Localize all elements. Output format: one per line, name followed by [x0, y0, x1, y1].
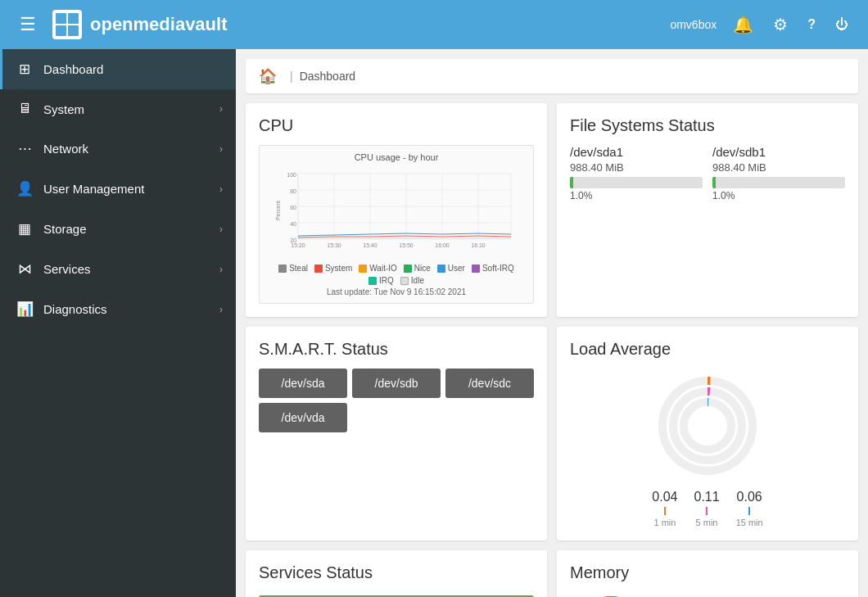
fs-name-sdb1: /dev/sdb1: [712, 145, 845, 159]
notifications-button[interactable]: 🔔: [726, 11, 760, 38]
fs-item-sda1: /dev/sda1 988.40 MiB 1.0%: [570, 145, 703, 201]
load-15min-label: 15 min: [736, 518, 763, 527]
load-15min-num: 0.06: [736, 490, 763, 504]
sidebar-label-services: Services: [43, 262, 219, 276]
breadcrumb-separator: |: [290, 70, 293, 83]
sidebar-item-dashboard[interactable]: ⊞ Dashboard: [0, 49, 236, 89]
cpu-chart-svg: 100 80 60 40 20 Percent: [266, 165, 527, 256]
services-icon: ⋈: [16, 260, 34, 278]
svg-text:15:50: 15:50: [399, 242, 414, 248]
load-val-15min: 0.06 15 min: [736, 490, 763, 527]
header: ☰ openmediavault omv6box 🔔 ⚙ ? ⏻: [0, 0, 868, 49]
smart-btn-sdc[interactable]: /dev/sdc: [445, 369, 534, 398]
header-username: omv6box: [670, 18, 717, 31]
cpu-chart-legend: Steal System Wait-IO Nice User Soft-IRQ …: [266, 264, 527, 285]
smart-card: S.M.A.R.T. Status /dev/sda /dev/sdb /dev…: [246, 327, 547, 540]
app-name: openmediavault: [90, 14, 227, 35]
svg-marker-24: [298, 236, 511, 239]
sidebar-label-storage: Storage: [43, 222, 219, 236]
power-button[interactable]: ⏻: [829, 14, 855, 35]
fs-percent-sdb1: 1.0%: [712, 190, 845, 201]
cpu-card-title: CPU: [259, 116, 534, 135]
dashboard-icon: ⊞: [16, 61, 34, 78]
content-area: 🏠 | Dashboard CPU CPU usage - by hour: [236, 49, 868, 597]
sidebar-label-system: System: [43, 102, 219, 116]
fs-percent-sda1: 1.0%: [570, 190, 703, 201]
smart-card-title: S.M.A.R.T. Status: [259, 340, 534, 359]
breadcrumb-current: Dashboard: [300, 70, 356, 83]
logo-icon: [52, 10, 82, 39]
smart-buttons: /dev/sda /dev/sdb /dev/sdc /dev/vda: [259, 369, 534, 432]
svg-text:15:40: 15:40: [363, 242, 377, 248]
load-5min-label: 5 min: [694, 518, 719, 527]
fs-fill-sdb1: [712, 177, 716, 188]
fs-grid: /dev/sda1 988.40 MiB 1.0% /dev/sdb1 988.…: [570, 145, 845, 201]
load-values: 0.04 1 min 0.11 5 min 0.06 15 min: [570, 490, 845, 527]
fs-card-title: File Systems Status: [570, 116, 845, 135]
load-donut-svg: [650, 369, 765, 483]
main-layout: ⊞ Dashboard 🖥 System › ⋯ Network › 👤 Use…: [0, 49, 868, 597]
svg-point-29: [684, 402, 731, 450]
sidebar-item-diagnostics[interactable]: 📊 Diagnostics ›: [0, 289, 236, 329]
network-icon: ⋯: [16, 140, 34, 157]
settings-button[interactable]: ⚙: [766, 11, 794, 38]
load-1min-label: 1 min: [652, 518, 677, 527]
dashboard-grid: CPU CPU usage - by hour 100 80 60: [246, 103, 858, 597]
svg-text:16:00: 16:00: [435, 242, 450, 248]
sidebar-item-system[interactable]: 🖥 System ›: [0, 89, 236, 129]
cpu-chart-title: CPU usage - by hour: [266, 152, 527, 162]
sidebar-label-dashboard: Dashboard: [43, 62, 223, 76]
svg-text:16:10: 16:10: [471, 242, 486, 248]
fs-size-sdb1: 988.40 MiB: [712, 161, 845, 174]
svg-text:60: 60: [290, 205, 296, 210]
header-actions: omv6box 🔔 ⚙ ? ⏻: [670, 11, 855, 38]
memory-donut: [570, 592, 652, 597]
memory-card-title: Memory: [570, 563, 845, 582]
load-chart-area: [570, 369, 845, 483]
fs-progress-sda1: [570, 177, 703, 188]
cpu-chart-container: CPU usage - by hour 100 80 60 40 20: [259, 145, 534, 304]
sidebar-item-services[interactable]: ⋈ Services ›: [0, 249, 236, 289]
user-icon: 👤: [16, 180, 34, 197]
storage-icon: ▦: [16, 220, 34, 237]
home-icon: 🏠: [259, 67, 277, 85]
svg-text:80: 80: [290, 188, 296, 194]
svg-text:15:30: 15:30: [327, 242, 341, 248]
sidebar-item-network[interactable]: ⋯ Network ›: [0, 129, 236, 169]
cpu-card: CPU CPU usage - by hour 100 80 60: [246, 103, 547, 317]
system-icon: 🖥: [16, 101, 34, 117]
services-card-title: Services Status: [259, 563, 534, 582]
load-card: Load Average: [557, 327, 858, 540]
svg-text:40: 40: [290, 221, 296, 227]
chevron-right-icon-services: ›: [219, 264, 223, 275]
fs-card: File Systems Status /dev/sda1 988.40 MiB…: [557, 103, 858, 317]
help-button[interactable]: ?: [801, 14, 822, 35]
chevron-right-icon-storage: ›: [219, 224, 223, 235]
menu-button[interactable]: ☰: [13, 11, 43, 38]
fs-item-sdb1: /dev/sdb1 988.40 MiB 1.0%: [712, 145, 845, 201]
breadcrumb: 🏠 | Dashboard: [246, 59, 858, 93]
sidebar-label-network: Network: [43, 142, 219, 156]
svg-text:100: 100: [287, 172, 296, 178]
fs-size-sda1: 988.40 MiB: [570, 161, 703, 174]
smart-btn-sda[interactable]: /dev/sda: [259, 369, 347, 398]
chevron-right-icon: ›: [219, 103, 223, 115]
svg-text:Percent: Percent: [275, 201, 281, 220]
services-card: Services Status SSH: [246, 550, 547, 597]
load-card-title: Load Average: [570, 340, 845, 359]
fs-fill-sda1: [570, 177, 573, 188]
chevron-right-icon-diagnostics: ›: [219, 304, 223, 315]
memory-donut-svg: [570, 592, 652, 597]
sidebar-label-users: User Management: [43, 182, 219, 196]
smart-btn-sdb[interactable]: /dev/sdb: [352, 369, 441, 398]
svg-text:15:20: 15:20: [291, 242, 305, 248]
sidebar-item-storage[interactable]: ▦ Storage ›: [0, 209, 236, 249]
app-logo: openmediavault: [52, 10, 227, 39]
memory-card: Memory 1.94 GiB Total 275.59 MiB: [557, 550, 858, 597]
chevron-right-icon-network: ›: [219, 143, 223, 155]
sidebar-item-user-management[interactable]: 👤 User Management ›: [0, 169, 236, 209]
smart-btn-vda[interactable]: /dev/vda: [259, 403, 347, 432]
chevron-right-icon-users: ›: [219, 183, 223, 195]
diagnostics-icon: 📊: [16, 301, 34, 318]
memory-layout: 1.94 GiB Total 275.59 MiB 14% 1.67 GiB 8…: [570, 592, 845, 597]
